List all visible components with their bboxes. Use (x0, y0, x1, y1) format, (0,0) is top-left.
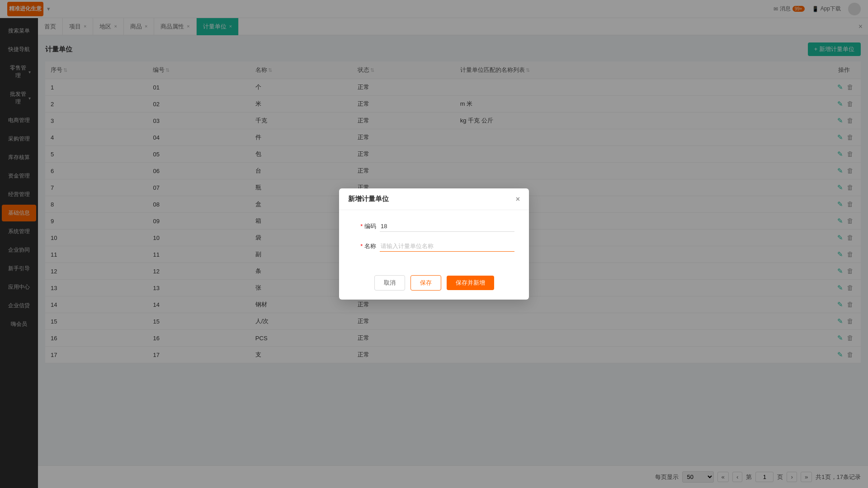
code-input[interactable] (380, 221, 514, 232)
modal-overlay[interactable]: 新增计量单位 × * 编码 * 名称 取消 保存 保存并新增 (0, 0, 868, 488)
form-row-code: * 编码 (354, 221, 514, 232)
name-input[interactable] (380, 241, 514, 252)
code-label: * 编码 (354, 222, 376, 230)
add-unit-modal: 新增计量单位 × * 编码 * 名称 取消 保存 保存并新增 (339, 188, 529, 300)
modal-footer: 取消 保存 保存并新增 (339, 270, 529, 300)
modal-header: 新增计量单位 × (339, 188, 529, 210)
modal-body: * 编码 * 名称 (339, 210, 529, 270)
modal-close-btn[interactable]: × (516, 195, 520, 203)
required-star: * (360, 223, 364, 230)
name-label: * 名称 (354, 242, 376, 250)
save-add-button[interactable]: 保存并新增 (447, 276, 494, 290)
save-button[interactable]: 保存 (410, 275, 441, 291)
cancel-button[interactable]: 取消 (374, 275, 405, 291)
required-star-name: * (360, 243, 364, 249)
form-row-name: * 名称 (354, 241, 514, 252)
modal-title: 新增计量单位 (348, 195, 389, 203)
